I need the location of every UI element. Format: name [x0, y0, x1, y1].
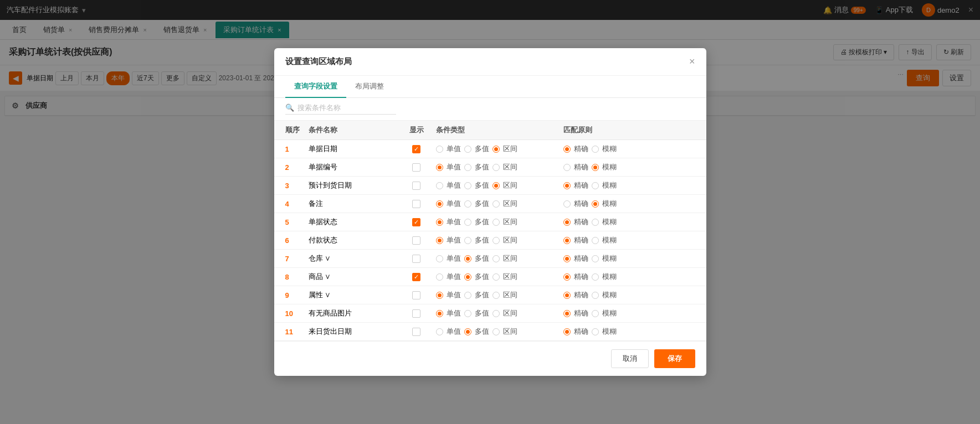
- modal-title: 设置查询区域布局: [285, 56, 352, 67]
- modal-overlay[interactable]: 设置查询区域布局 × 查询字段设置 布局调整 🔍 顺序 条件名称 显示 条件类型: [0, 0, 980, 121]
- settings-modal: 设置查询区域布局 × 查询字段设置 布局调整 🔍 顺序 条件名称 显示 条件类型: [274, 48, 706, 121]
- modal-header: 设置查询区域布局 ×: [274, 48, 706, 76]
- search-icon: 🔍: [285, 104, 294, 112]
- search-input[interactable]: [297, 104, 396, 112]
- search-box: 🔍: [285, 104, 396, 115]
- modal-tab-layout[interactable]: 布局调整: [346, 76, 393, 98]
- modal-tab-fields[interactable]: 查询字段设置: [285, 76, 346, 98]
- modal-search-area: 🔍: [274, 98, 706, 121]
- modal-close-btn[interactable]: ×: [689, 56, 695, 68]
- modal-tabs: 查询字段设置 布局调整: [274, 76, 706, 98]
